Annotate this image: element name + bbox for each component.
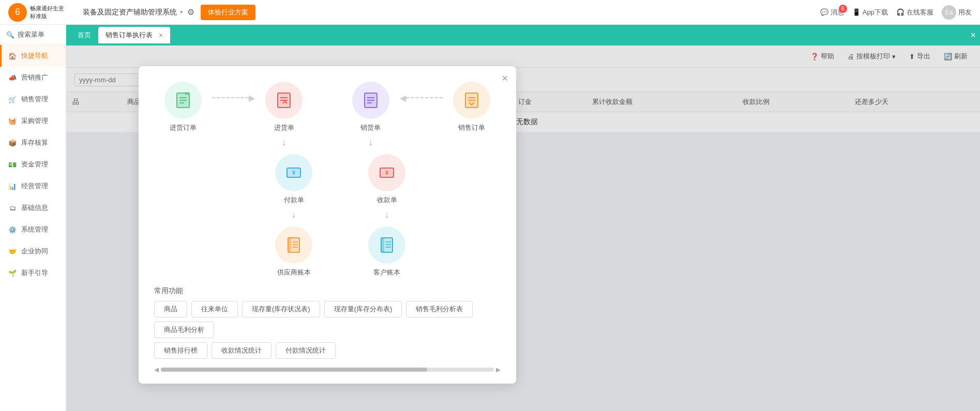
user-menu[interactable]: Ea 用友 [942, 5, 972, 20]
download-icon: 📱 [852, 8, 861, 16]
purchase-icon: 🧺 [8, 116, 17, 126]
flow-purchase-bill-label: 进货单 [274, 123, 294, 132]
sidebar-item-inventory[interactable]: 📦 库存核算 [0, 132, 66, 154]
scroll-left-btn[interactable]: ◀ [154, 366, 159, 373]
experience-btn[interactable]: 体验行业方案 [201, 5, 255, 20]
flow-sales-order-label: 销售订单 [458, 123, 485, 132]
app-download-label: App下载 [863, 8, 888, 17]
close-window-btn[interactable]: × [970, 30, 976, 41]
sidebar-item-label: 企业协同 [21, 247, 48, 256]
sidebar-item-label: 经营管理 [21, 181, 48, 191]
quick-nav-icon: 🏠 [8, 51, 17, 60]
flow-sales-bill[interactable]: 销货单 [342, 82, 400, 132]
func-btn-payment-stats[interactable]: 付款情况统计 [276, 342, 336, 359]
purchase-order-circle [164, 82, 202, 119]
sidebar-item-label: 基础信息 [21, 203, 48, 212]
svg-rect-32 [381, 238, 384, 252]
message-badge: 6 [839, 5, 847, 13]
online-service-btn[interactable]: 🎧 在线客服 [896, 8, 933, 17]
avatar: Ea [942, 5, 956, 20]
sidebar-item-purchase[interactable]: 🧺 采购管理 [0, 110, 66, 132]
flow-sales-order[interactable]: 销售订单 [443, 82, 501, 132]
enterprise-icon: 🤝 [8, 247, 17, 256]
scroll-right-btn[interactable]: ▶ [496, 366, 501, 373]
inventory-icon: 📦 [8, 138, 17, 147]
system-title-dropdown[interactable]: ▾ [180, 9, 183, 16]
sidebar-item-finance[interactable]: 💵 资金管理 [0, 154, 66, 175]
quick-nav-modal: × [139, 66, 516, 384]
service-icon: 🎧 [896, 8, 904, 16]
flow-purchase-order-label: 进货订单 [170, 123, 197, 132]
sidebar-item-label: 资金管理 [21, 160, 48, 169]
sidebar-item-label: 快捷导航 [21, 51, 48, 60]
receipt-bill-circle: ¥ [368, 154, 405, 191]
settings-icon[interactable]: ⚙ [187, 7, 194, 17]
tab-home[interactable]: 首页 [70, 27, 98, 43]
message-icon: 💬 [820, 8, 828, 16]
sidebar-item-label: 新手引导 [21, 268, 48, 278]
func-btn-product-profit[interactable]: 商品毛利分析 [154, 322, 214, 338]
flow-supplier-account[interactable]: 供应商账本 [263, 226, 325, 277]
sidebar-item-label: 销售管理 [21, 95, 48, 104]
system-title: 装备及固定资产辅助管理系统 [83, 8, 177, 17]
func-btn-sales-ranking[interactable]: 销售排行榜 [154, 342, 207, 359]
modal-close-btn[interactable]: × [502, 72, 508, 84]
sidebar-item-enterprise[interactable]: 🤝 企业协同 [0, 240, 66, 262]
flow-purchase-order[interactable]: 进货订单 [154, 82, 212, 132]
svg-text:¥: ¥ [385, 170, 389, 176]
search-icon: 🔍 [6, 31, 14, 39]
sidebar-item-label: 营销推广 [21, 73, 48, 82]
sidebar-item-operation[interactable]: 📊 经营管理 [0, 175, 66, 197]
flow-customer-account[interactable]: 客户账本 [356, 226, 418, 277]
flow-receipt-bill[interactable]: ¥ 收款单 [356, 154, 418, 205]
flow-supplier-account-label: 供应商账本 [277, 268, 311, 277]
tab-close-btn[interactable]: × [159, 32, 163, 39]
sidebar-item-newbie[interactable]: 🌱 新手引导 [0, 262, 66, 284]
user-label: 用友 [958, 8, 972, 17]
sidebar-item-system[interactable]: ⚙️ 系统管理 [0, 219, 66, 240]
sidebar-item-label: 采购管理 [21, 116, 48, 126]
func-buttons-row1: 商品 往来单位 现存量(库存状况表) 现存量(库存分布表) 销售毛利分析表 商品… [154, 301, 501, 338]
flow-payment-bill[interactable]: ¥ 付款单 [263, 154, 325, 205]
sidebar-item-marketing[interactable]: 📣 营销推广 [0, 67, 66, 88]
search-menu-label: 搜索菜单 [18, 30, 44, 39]
func-btn-inventory-status[interactable]: 现存量(库存状况表) [242, 301, 320, 317]
search-menu-btn[interactable]: 🔍 搜索菜单 [0, 25, 66, 45]
message-btn[interactable]: 💬 消息 6 [820, 8, 844, 17]
system-icon: ⚙️ [8, 225, 17, 234]
payment-bill-circle: ¥ [275, 154, 312, 191]
svg-text:¥: ¥ [292, 170, 296, 176]
logo-text: 畅康通好生意 标准版 [30, 5, 64, 20]
func-btn-counterparty[interactable]: 往来单位 [191, 301, 238, 317]
customer-account-circle [368, 226, 405, 264]
flow-customer-account-label: 客户账本 [373, 268, 400, 277]
func-btn-inventory-dist[interactable]: 现存量(库存分布表) [324, 301, 402, 317]
tab-sales-order-exec[interactable]: 销售订单执行表 × [98, 27, 170, 43]
svg-rect-26 [288, 238, 291, 252]
sales-icon: 🛒 [8, 95, 17, 104]
func-btn-receipt-stats[interactable]: 收款情况统计 [212, 342, 272, 359]
marketing-icon: 📣 [8, 73, 17, 82]
func-btn-sales-profit-analysis[interactable]: 销售毛利分析表 [406, 301, 473, 317]
func-buttons-row2: 销售排行榜 收款情况统计 付款情况统计 [154, 342, 501, 359]
flow-sales-bill-label: 销货单 [360, 123, 381, 132]
scrollbar-thumb [161, 368, 427, 372]
online-service-label: 在线客服 [907, 8, 933, 17]
common-func-title: 常用功能 [154, 286, 501, 296]
operation-icon: 📊 [8, 181, 17, 191]
modal-overlay: × [66, 45, 980, 411]
purchase-bill-circle [265, 82, 303, 119]
sales-order-circle [453, 82, 490, 119]
sidebar-item-sales[interactable]: 🛒 销售管理 [0, 88, 66, 110]
modal-scrollbar[interactable]: ◀ ▶ [154, 366, 501, 373]
supplier-account-circle [275, 226, 312, 264]
basic-icon: 🗂 [8, 203, 17, 212]
sidebar-item-label: 系统管理 [21, 225, 48, 234]
flow-payment-bill-label: 付款单 [284, 195, 304, 205]
func-btn-product[interactable]: 商品 [154, 301, 187, 317]
sidebar-item-quick-nav[interactable]: 🏠 快捷导航 [0, 45, 66, 67]
flow-purchase-bill[interactable]: 进货单 [255, 82, 313, 132]
sidebar-item-basic[interactable]: 🗂 基础信息 [0, 197, 66, 219]
app-download-btn[interactable]: 📱 App下载 [852, 8, 888, 17]
tab-home-label: 首页 [78, 31, 91, 40]
